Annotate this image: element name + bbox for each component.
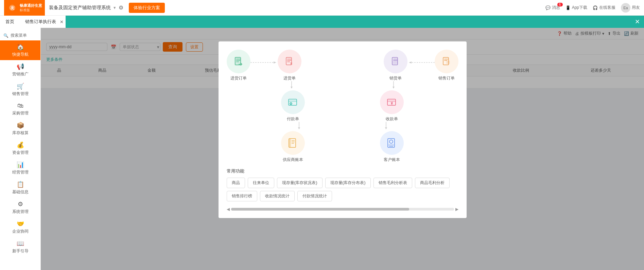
sidebar-item-inventory[interactable]: 📦 库存核算 xyxy=(0,119,40,139)
customer-ledger-node[interactable]: 客户账本 xyxy=(380,131,404,163)
scroll-left-arrow[interactable]: ◀ xyxy=(227,207,230,212)
tab-sales-order-execution[interactable]: 销售订单执行表 ✕ xyxy=(20,16,66,28)
user-menu[interactable]: Ea 用友 xyxy=(621,3,640,13)
sidebar-item-operations[interactable]: 📊 经营管理 xyxy=(0,158,40,178)
svg-rect-28 xyxy=(289,99,297,105)
sales-order-circle xyxy=(435,50,458,73)
func-btn-sales-rank[interactable]: 销售排行榜 xyxy=(227,191,257,201)
sales-bill-node[interactable]: 销货单 xyxy=(384,50,407,81)
system-title: 装备及固定资产辅助管理系统 xyxy=(49,5,111,11)
operations-icon: 📊 xyxy=(17,161,24,168)
customer-ledger-label: 客户账本 xyxy=(384,157,400,163)
receipt-order-node[interactable]: ¥ 收款单 xyxy=(380,90,404,122)
purchase-order-node[interactable]: 进货订单 xyxy=(227,50,250,81)
sales-order-label: 销售订单 xyxy=(438,75,455,81)
newbie-icon: 📖 xyxy=(17,240,24,247)
top-header: 友 畅康通好生意 标准版 装备及固定资产辅助管理系统 ▾ ⚙ 体验行业方案 💬 … xyxy=(0,0,644,16)
sidebar-item-marketing[interactable]: 📢 营销推广 xyxy=(0,60,40,80)
enterprise-icon: 🤝 xyxy=(17,220,24,228)
system-dropdown[interactable]: ▾ xyxy=(114,5,116,10)
message-button[interactable]: 💬 消息 6 xyxy=(545,5,560,11)
receipt-order-circle: ¥ xyxy=(380,90,404,114)
svg-marker-38 xyxy=(385,127,387,129)
func-btn-sales-margin[interactable]: 销售毛利分析表 xyxy=(373,178,412,188)
sales-order-node[interactable]: 销售订单 xyxy=(435,50,458,81)
flow-row-3: 供应商账本 客户账本 xyxy=(227,131,458,163)
flow-row-2: ¥ 付款单 ¥ 收款单 xyxy=(227,90,458,122)
finance-label: 资金管理 xyxy=(12,150,29,156)
purchase-bill-circle xyxy=(278,50,301,73)
svg-rect-40 xyxy=(289,139,291,147)
func-btn-stock-dist[interactable]: 现存量(库存分布表) xyxy=(325,178,371,188)
svg-rect-23 xyxy=(447,61,450,64)
svg-marker-25 xyxy=(291,87,293,89)
sidebar-item-finance[interactable]: 💰 资金管理 xyxy=(0,139,40,158)
scroll-thumb xyxy=(231,208,410,211)
logo-line1: 畅康通好生意 xyxy=(20,3,42,8)
message-badge: 6 xyxy=(557,3,563,6)
sidebar-item-basics[interactable]: 📋 基础信息 xyxy=(0,178,40,198)
system-label: 系统管理 xyxy=(12,209,29,215)
scroll-right-arrow[interactable]: ▶ xyxy=(455,207,458,212)
marketing-label: 营销推广 xyxy=(12,71,29,77)
close-all-tabs[interactable]: ✕ xyxy=(635,18,640,25)
func-btn-partners[interactable]: 往来单位 xyxy=(248,178,274,188)
purchase-bill-node[interactable]: 进货单 xyxy=(278,50,301,81)
header-actions: 💬 消息 6 📱 App下载 🎧 在线客服 Ea 用友 xyxy=(545,3,640,13)
tab-home[interactable]: 首页 xyxy=(0,16,20,28)
func-btn-product[interactable]: 商品 xyxy=(227,178,245,188)
search-label: 搜索菜单 xyxy=(11,33,27,38)
sidebar-item-purchase[interactable]: 🛍 采购管理 xyxy=(0,100,40,119)
func-btn-product-margin[interactable]: 商品毛利分析 xyxy=(415,178,450,188)
app-download-label: App下载 xyxy=(572,5,587,11)
sales-bill-label: 销货单 xyxy=(389,75,402,81)
app-download-button[interactable]: 📱 App下载 xyxy=(565,5,587,11)
func-btn-payment-stats[interactable]: 付款情况统计 xyxy=(297,191,332,201)
logo-line2: 标准版 xyxy=(20,8,42,12)
basics-label: 基础信息 xyxy=(12,189,29,195)
payment-order-node[interactable]: ¥ 付款单 xyxy=(281,90,305,122)
common-functions: 常用功能 商品 往来单位 现存量(库存状况表) 现存量(库存分布表) 销售毛利分… xyxy=(227,168,458,201)
arrow-so-to-sb xyxy=(407,60,435,65)
sales-bill-circle xyxy=(384,50,407,73)
phone-icon: 📱 xyxy=(565,5,571,10)
quicknav-icon: 🏠 xyxy=(17,43,24,51)
purchase-order-label: 进货订单 xyxy=(230,75,247,81)
scroll-track[interactable] xyxy=(231,208,454,211)
svg-marker-9 xyxy=(274,61,276,64)
svg-marker-36 xyxy=(298,127,300,129)
pb-down-arrow xyxy=(290,81,294,90)
inventory-icon: 📦 xyxy=(17,122,24,129)
purchase-label: 采购管理 xyxy=(12,110,29,116)
svg-text:友: 友 xyxy=(10,6,15,10)
svg-point-45 xyxy=(389,140,393,143)
search-menu[interactable]: 🔍 搜索菜单 xyxy=(0,31,40,40)
svg-rect-17 xyxy=(393,61,398,64)
system-icon: ⚙ xyxy=(18,200,23,208)
logo-area[interactable]: 友 畅康通好生意 标准版 xyxy=(4,0,45,16)
sidebar-item-system[interactable]: ⚙ 系统管理 xyxy=(0,198,40,217)
online-service-label: 在线客服 xyxy=(599,5,615,11)
home-tab-label: 首页 xyxy=(5,19,14,25)
supplier-ledger-circle xyxy=(281,131,305,155)
content-area: ❓ 帮助 🖨 按模板打印 ▾ ⬆ 导出 🔄 刷新 xyxy=(41,28,644,270)
modal-box: 进货订单 进货单 xyxy=(219,41,467,218)
sidebar-item-sales[interactable]: 🛒 销售管理 xyxy=(0,80,40,100)
modal-overlay[interactable]: 进货订单 进货单 xyxy=(41,28,644,270)
tab-close-button[interactable]: ✕ xyxy=(60,19,64,24)
sidebar-item-enterprise[interactable]: 🤝 企业协同 xyxy=(0,217,40,237)
trial-button[interactable]: 体验行业方案 xyxy=(129,3,165,13)
sidebar-item-quicknav[interactable]: 🏠 快捷导航 xyxy=(0,40,40,60)
supplier-ledger-node[interactable]: 供应商账本 xyxy=(281,131,305,163)
marketing-icon: 📢 xyxy=(17,63,24,70)
online-service-button[interactable]: 🎧 在线客服 xyxy=(593,5,615,11)
service-icon: 🎧 xyxy=(593,5,598,10)
func-btn-stock-status[interactable]: 现存量(库存状况表) xyxy=(277,178,323,188)
flow-row-1: 进货订单 进货单 xyxy=(227,50,458,81)
func-btn-receipt-stats[interactable]: 收款情况统计 xyxy=(260,191,295,201)
arrows-down-row xyxy=(227,81,458,90)
arrow-po-to-pb xyxy=(250,60,278,65)
sidebar-item-newbie[interactable]: 📖 新手引导 xyxy=(0,237,40,257)
settings-icon[interactable]: ⚙ xyxy=(119,4,123,11)
payment-order-label: 付款单 xyxy=(287,116,299,122)
